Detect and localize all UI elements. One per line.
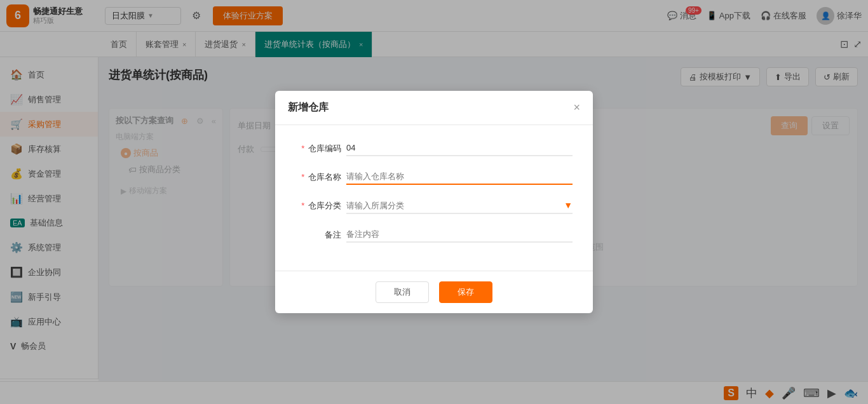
category-chevron-icon[interactable]: ▼ (564, 200, 573, 210)
remark-input[interactable] (346, 227, 573, 243)
code-label: * 仓库编码 (295, 143, 346, 154)
cancel-button[interactable]: 取消 (376, 281, 429, 303)
name-input[interactable] (346, 169, 573, 185)
code-input[interactable] (346, 140, 573, 156)
modal-header: 新增仓库 × (275, 91, 593, 125)
category-label-text: 仓库分类 (308, 201, 341, 210)
code-required-mark: * (301, 144, 304, 153)
save-button[interactable]: 保存 (439, 281, 492, 303)
category-select-input[interactable] (346, 201, 564, 210)
modal-overlay: 新增仓库 × * 仓库编码 * 仓库名称 (0, 0, 868, 404)
name-label: * 仓库名称 (295, 172, 346, 183)
modal-body: * 仓库编码 * 仓库名称 * 仓库分类 (275, 125, 593, 271)
category-select-wrap: ▼ (346, 198, 573, 214)
modal-title: 新增仓库 (288, 101, 329, 114)
remark-label: 备注 (295, 229, 346, 241)
form-row-remark: 备注 (295, 227, 573, 243)
form-row-category: * 仓库分类 ▼ (295, 198, 573, 214)
remark-label-text: 备注 (325, 230, 341, 239)
modal-footer: 取消 保存 (275, 271, 593, 313)
modal-close-btn[interactable]: × (573, 101, 580, 114)
code-label-text: 仓库编码 (308, 144, 341, 153)
form-row-name: * 仓库名称 (295, 169, 573, 185)
category-label: * 仓库分类 (295, 200, 346, 212)
name-required-mark: * (301, 172, 304, 182)
name-label-text: 仓库名称 (308, 172, 341, 182)
modal-new-warehouse: 新增仓库 × * 仓库编码 * 仓库名称 (275, 91, 593, 313)
category-required-mark: * (301, 201, 304, 210)
form-row-code: * 仓库编码 (295, 140, 573, 156)
